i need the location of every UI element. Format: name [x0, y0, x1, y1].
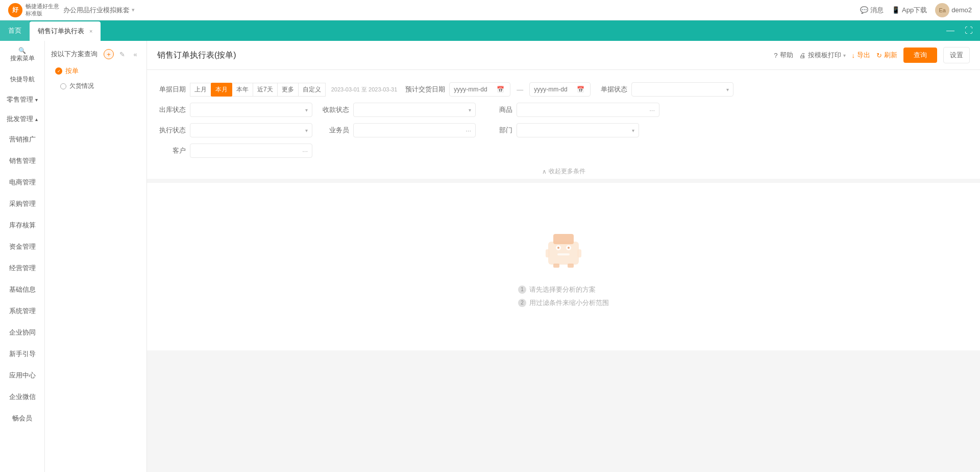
date-input-end[interactable]: 📅 — [529, 82, 591, 97]
sidebar-item-wechat[interactable]: 企业微信 — [0, 386, 44, 408]
sidebar-item-ecommerce[interactable]: 电商管理 — [0, 172, 44, 193]
sidebar-item-marketing[interactable]: 营销推广 — [0, 129, 44, 150]
salesperson-dots-icon[interactable]: ··· — [465, 127, 471, 134]
sidebar-item-sales[interactable]: 销售管理 — [0, 150, 44, 172]
help-button[interactable]: ? 帮助 — [774, 51, 793, 60]
page-title: 销售订单执行表(按单) — [157, 50, 236, 61]
filter-expected-date: 预计交货日期 📅 — 📅 — [405, 82, 591, 97]
goods-input[interactable]: ··· — [517, 103, 659, 117]
plus-icon: + — [107, 51, 111, 58]
date-btn-custom[interactable]: 自定义 — [298, 83, 326, 97]
message-icon: 💬 — [860, 6, 868, 14]
dept-select[interactable]: ▾ — [517, 123, 639, 137]
add-scheme-button[interactable]: + — [104, 49, 114, 59]
message-button[interactable]: 💬 消息 — [860, 6, 884, 15]
svg-rect-9 — [553, 264, 559, 268]
status-select[interactable]: ▾ — [631, 82, 733, 97]
sidebar-item-wholesale[interactable]: 批发管理 ▴ — [0, 109, 44, 129]
app-download-button[interactable]: 📱 App下载 — [892, 6, 927, 15]
scheme-item-by-order[interactable]: ✓ 按单 — [45, 63, 146, 79]
exec-chevron-icon: ▾ — [305, 128, 308, 133]
page-header-actions: ? 帮助 🖨 按模板打印 ▾ ↓ 导出 ↻ — [774, 47, 970, 63]
status-chevron-icon: ▾ — [726, 87, 729, 92]
payment-status-select[interactable]: ▾ — [353, 103, 476, 117]
step1-text: 请先选择要分析的方案 — [529, 283, 596, 296]
filter-customer: 客户 ··· — [157, 144, 312, 158]
date-input-start[interactable]: 📅 — [449, 82, 510, 97]
sidebar-item-purchase[interactable]: 采购管理 — [0, 193, 44, 215]
main-layout: 🔍 搜索菜单 快捷导航 零售管理 ▾ 批发管理 ▴ 营销推广 销售管理 电商管理… — [0, 41, 980, 472]
refresh-icon: ↻ — [876, 52, 882, 59]
filter-salesperson: 业务员 ··· — [321, 123, 476, 137]
customer-dots-icon[interactable]: ··· — [302, 147, 308, 155]
avatar: Ea — [935, 3, 949, 17]
collapse-bar[interactable]: ∧ 收起更多条件 — [157, 164, 970, 179]
customer-input[interactable]: ··· — [190, 144, 312, 158]
expected-date-label: 预计交货日期 — [405, 85, 445, 94]
payment-status-label: 收款状态 — [321, 105, 349, 114]
sidebar-item-inventory[interactable]: 库存核算 — [0, 215, 44, 236]
sidebar-item-finance[interactable]: 资金管理 — [0, 236, 44, 257]
tab-active[interactable]: 销售订单执行表 × — [30, 21, 101, 41]
sidebar-item-basic-info[interactable]: 基础信息 — [0, 279, 44, 300]
setting-button[interactable]: 设置 — [943, 47, 970, 63]
edit-scheme-button[interactable]: ✎ — [117, 49, 127, 59]
sidebar-item-retail[interactable]: 零售管理 ▾ — [0, 90, 44, 109]
refresh-button[interactable]: ↻ 刷新 — [876, 51, 897, 60]
exec-status-select[interactable]: ▾ — [190, 123, 312, 137]
filter-payment-status: 收款状态 ▾ — [321, 103, 476, 117]
top-bar: 好 畅捷通好生意 标准版 办公用品行业模拟账套 ▾ 💬 消息 📱 App下载 E… — [0, 0, 980, 20]
goods-dots-icon[interactable]: ··· — [649, 106, 655, 114]
print-button[interactable]: 🖨 按模板打印 ▾ — [799, 51, 846, 60]
logo-text: 畅捷通好生意 标准版 — [26, 3, 59, 16]
sidebar-item-system[interactable]: 系统管理 — [0, 300, 44, 322]
date-btn-more[interactable]: 更多 — [277, 83, 299, 97]
print-arrow-icon: ▾ — [843, 53, 846, 58]
sidebar-search[interactable]: 🔍 搜索菜单 — [0, 41, 44, 69]
sidebar-item-enterprise[interactable]: 企业协同 — [0, 322, 44, 343]
date-btn-this-year[interactable]: 本年 — [232, 83, 253, 97]
filter-goods: 商品 ··· — [484, 103, 659, 117]
sidebar: 🔍 搜索菜单 快捷导航 零售管理 ▾ 批发管理 ▴ 营销推广 销售管理 电商管理… — [0, 41, 45, 472]
goods-label: 商品 — [484, 105, 512, 114]
svg-rect-7 — [546, 249, 550, 257]
date-end-input[interactable] — [534, 86, 575, 93]
export-button[interactable]: ↓ 导出 — [852, 51, 871, 60]
exec-status-label: 执行状态 — [157, 126, 186, 135]
tab-home[interactable]: 首页 — [0, 20, 30, 41]
salesperson-input[interactable]: ··· — [353, 123, 476, 137]
main-content: 销售订单执行表(按单) ? 帮助 🖨 按模板打印 ▾ ↓ — [147, 41, 980, 472]
tab-maximize-button[interactable]: ⛶ — [962, 23, 976, 38]
svg-rect-1 — [553, 234, 574, 244]
page-header: 销售订单执行表(按单) ? 帮助 🖨 按模板打印 ▾ ↓ — [147, 41, 980, 70]
query-button[interactable]: 查询 — [903, 48, 937, 63]
sidebar-item-appstore[interactable]: 应用中心 — [0, 365, 44, 386]
collapse-panel-button[interactable]: « — [130, 49, 140, 59]
empty-illustration — [538, 224, 589, 275]
status-label: 单据状态 — [599, 85, 627, 94]
sidebar-item-guide[interactable]: 新手引导 — [0, 343, 44, 365]
filter-date: 单据日期 上月 本月 本年 近7天 更多 自定义 2023-03-01 至 20… — [157, 83, 397, 97]
left-panel: 按以下方案查询 + ✎ « ✓ 按单 — [45, 41, 147, 472]
date-btn-this-month[interactable]: 本月 — [211, 83, 232, 97]
sidebar-quick-nav[interactable]: 快捷导航 — [0, 69, 44, 90]
sub-item-shortage[interactable]: 欠货情况 — [45, 79, 146, 93]
filter-row-4: 客户 ··· — [157, 144, 970, 158]
breadcrumb-arrow-icon[interactable]: ▾ — [132, 7, 135, 13]
top-bar-right: 💬 消息 📱 App下载 Ea demo2 — [860, 3, 972, 17]
out-status-select[interactable]: ▾ — [190, 103, 312, 117]
user-menu[interactable]: Ea demo2 — [935, 3, 972, 17]
tab-bar: 首页 销售订单执行表 × — ⛶ — [0, 20, 980, 41]
date-btn-last-month[interactable]: 上月 — [190, 83, 211, 97]
export-icon: ↓ — [852, 52, 855, 59]
chevron-down-icon: ▾ — [35, 97, 38, 103]
sidebar-item-operation[interactable]: 经营管理 — [0, 257, 44, 279]
breadcrumb: 办公用品行业模拟账套 ▾ — [63, 6, 135, 15]
tab-minimize-button[interactable]: — — [943, 23, 958, 38]
sidebar-item-member[interactable]: 畅会员 — [0, 408, 44, 429]
date-start-input[interactable] — [454, 86, 495, 93]
date-btn-7days[interactable]: 近7天 — [253, 83, 278, 97]
collapse-icon: « — [133, 51, 137, 58]
customer-label: 客户 — [157, 146, 186, 155]
tab-close-icon[interactable]: × — [89, 28, 92, 34]
